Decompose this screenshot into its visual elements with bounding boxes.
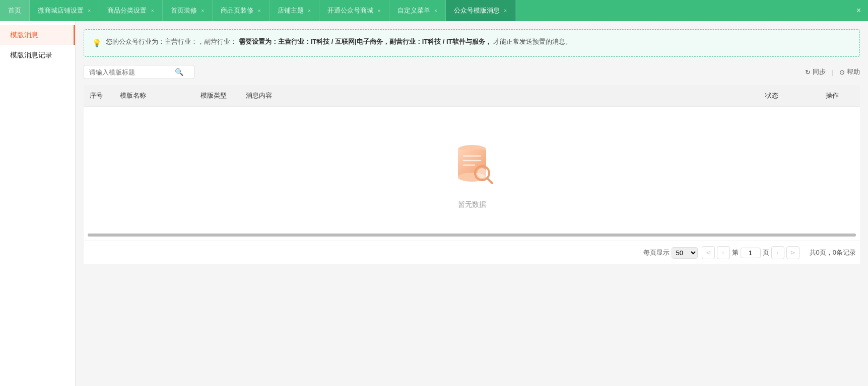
help-button[interactable]: ⊙ 帮助 xyxy=(839,67,860,76)
tab-category-settings[interactable]: 商品分类设置× xyxy=(99,0,162,21)
data-table: 序号模版名称模版类型消息内容状态操作 xyxy=(84,85,860,107)
tab-label: 自定义菜单 xyxy=(397,6,430,15)
table-wrapper: 序号模版名称模版类型消息内容状态操作 xyxy=(84,85,860,264)
tab-product-decoration[interactable]: 商品页装修× xyxy=(213,0,269,21)
close-all-tabs-button[interactable]: × xyxy=(849,6,868,15)
first-page-button[interactable]: ⊲ xyxy=(702,246,715,259)
table-header: 序号模版名称模版类型消息内容状态操作 xyxy=(84,85,860,107)
search-input[interactable] xyxy=(89,68,175,76)
close-tab-icon[interactable]: × xyxy=(308,8,311,14)
tab-store-theme[interactable]: 店铺主题× xyxy=(270,0,319,21)
notice-highlight: 需要设置为：主营行业：IT科技 / 互联网|电子商务，副营行业：IT科技 / I… xyxy=(239,38,492,45)
total-info: 共0页，0条记录 xyxy=(810,248,856,257)
scrollbar-track[interactable] xyxy=(88,234,856,237)
search-input-wrap[interactable]: 🔍 xyxy=(84,65,194,79)
close-tab-icon[interactable]: × xyxy=(434,8,437,14)
help-icon: ⊙ xyxy=(839,68,845,76)
next-page-button[interactable]: › xyxy=(771,246,784,259)
sidebar: 模版消息模版消息记录 xyxy=(0,21,76,386)
svg-line-8 xyxy=(487,178,492,183)
tab-open-wechat[interactable]: 开通公众号商城× xyxy=(319,0,389,21)
tab-label: 首页 xyxy=(8,6,21,15)
divider: | xyxy=(832,68,833,76)
page-input-wrap: 第 页 xyxy=(732,248,769,258)
close-tab-icon[interactable]: × xyxy=(151,8,154,14)
tab-custom-menu[interactable]: 自定义菜单× xyxy=(389,0,446,21)
last-page-button[interactable]: ⊳ xyxy=(786,246,799,259)
header-row: 序号模版名称模版类型消息内容状态操作 xyxy=(84,85,860,107)
notice-text: 您的公众号行业为：主营行业：，副营行业： 需要设置为：主营行业：IT科技 / 互… xyxy=(106,37,572,47)
toolbar-right: ↻ 同步 | ⊙ 帮助 xyxy=(805,67,860,76)
per-page-label: 每页显示 xyxy=(643,248,670,257)
per-page-dropdown[interactable]: 50 20 100 xyxy=(672,247,698,259)
empty-state: 暂无数据 xyxy=(84,107,860,229)
tab-home-decoration[interactable]: 首页装修× xyxy=(163,0,213,21)
column-header-content: 消息内容 xyxy=(240,85,759,107)
column-header-index: 序号 xyxy=(84,85,114,107)
tab-label: 开通公众号商城 xyxy=(327,6,373,15)
help-label: 帮助 xyxy=(847,67,860,76)
sync-label: 同步 xyxy=(813,67,826,76)
empty-text: 暂无数据 xyxy=(84,200,860,209)
bulb-icon: 💡 xyxy=(92,37,102,49)
close-tab-icon[interactable]: × xyxy=(504,8,507,14)
tab-label: 商品页装修 xyxy=(221,6,253,15)
tab-label: 商品分类设置 xyxy=(107,6,147,15)
tab-label: 微商城店铺设置 xyxy=(38,6,84,15)
tab-label: 首页装修 xyxy=(171,6,197,15)
pagination: 每页显示 50 20 100 ⊲ ‹ 第 页 › xyxy=(84,241,860,264)
close-tab-icon[interactable]: × xyxy=(88,8,91,14)
column-header-action: 操作 xyxy=(820,85,860,107)
column-header-type: 模版类型 xyxy=(194,85,240,107)
search-bar: 🔍 ↻ 同步 | ⊙ 帮助 xyxy=(84,65,860,79)
content-area: 💡 您的公众号行业为：主营行业：，副营行业： 需要设置为：主营行业：IT科技 /… xyxy=(76,21,868,386)
scrollbar-thumb[interactable] xyxy=(88,234,856,237)
close-tab-icon[interactable]: × xyxy=(377,8,380,14)
page-unit: 页 xyxy=(763,248,769,257)
empty-illustration xyxy=(444,137,500,192)
column-header-name: 模版名称 xyxy=(114,85,194,107)
notice-prefix: 您的公众号行业为：主营行业：，副营行业： xyxy=(106,38,237,45)
prev-page-button[interactable]: ‹ xyxy=(717,246,730,259)
page-number-input[interactable] xyxy=(741,248,761,258)
notice-suffix: 才能正常发送预置的消息。 xyxy=(493,38,572,45)
top-navigation: 首页微商城店铺设置×商品分类设置×首页装修×商品页装修×店铺主题×开通公众号商城… xyxy=(0,0,868,21)
page-label: 第 xyxy=(732,248,739,257)
refresh-icon: ↻ xyxy=(805,68,811,76)
per-page-select: 每页显示 50 20 100 xyxy=(643,247,698,259)
tab-label: 店铺主题 xyxy=(278,6,304,15)
sidebar-item-template-message-record[interactable]: 模版消息记录 xyxy=(0,45,75,65)
tab-template-message[interactable]: 公众号模版消息× xyxy=(446,0,515,21)
close-tab-icon[interactable]: × xyxy=(257,8,260,14)
sidebar-item-template-message[interactable]: 模版消息 xyxy=(0,25,75,45)
sync-button[interactable]: ↻ 同步 xyxy=(805,67,826,76)
search-icon[interactable]: 🔍 xyxy=(175,68,183,76)
close-tab-icon[interactable]: × xyxy=(201,8,204,14)
svg-point-7 xyxy=(477,168,487,178)
tab-label: 公众号模版消息 xyxy=(454,6,500,15)
tab-home[interactable]: 首页 xyxy=(0,0,30,21)
main-layout: 模版消息模版消息记录 💡 您的公众号行业为：主营行业：，副营行业： 需要设置为：… xyxy=(0,21,868,386)
page-navigation: ⊲ ‹ 第 页 › ⊳ xyxy=(702,246,799,259)
notice-box: 💡 您的公众号行业为：主营行业：，副营行业： 需要设置为：主营行业：IT科技 /… xyxy=(84,29,860,57)
tab-store-settings[interactable]: 微商城店铺设置× xyxy=(30,0,99,21)
scrollbar-area[interactable] xyxy=(84,229,860,241)
column-header-status: 状态 xyxy=(759,85,820,107)
